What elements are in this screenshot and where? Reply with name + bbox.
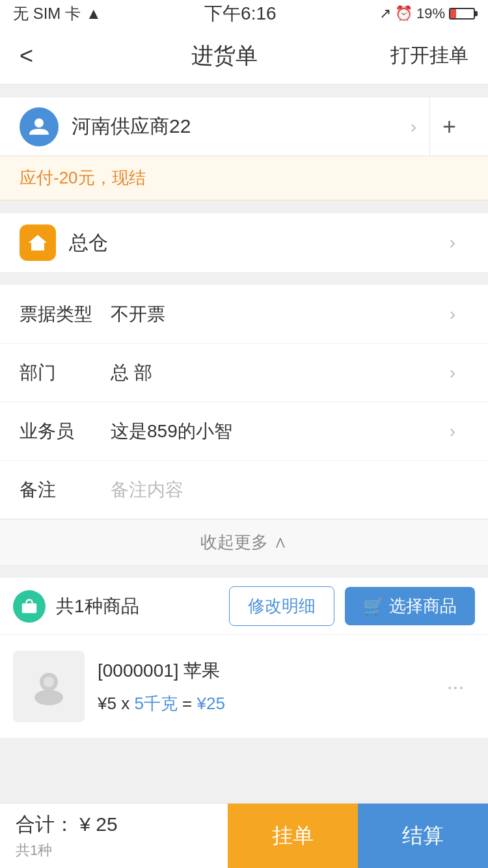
equals-icon: =	[182, 694, 197, 713]
product-thumbnail	[13, 651, 85, 722]
warehouse-icon	[20, 224, 56, 261]
status-time: 下午6:16	[204, 1, 277, 26]
carrier-text: 无 SIM 卡	[13, 3, 81, 24]
supplier-add-button[interactable]: +	[429, 98, 468, 156]
department-chevron-icon: ›	[450, 362, 455, 383]
warehouse-divider	[0, 272, 488, 285]
product-price: ¥5 x 5千克 = ¥25	[98, 692, 436, 715]
select-product-label: 选择商品	[389, 595, 457, 617]
svg-point-0	[34, 118, 44, 128]
warehouse-row[interactable]: 总仓 ›	[0, 213, 488, 272]
wifi-icon: ▲	[86, 5, 102, 23]
supplier-name: 河南供应商22	[72, 113, 411, 140]
salesman-chevron-icon: ›	[450, 421, 455, 442]
select-product-button[interactable]: 🛒 选择商品	[345, 587, 475, 625]
open-hang-button[interactable]: 打开挂单	[390, 42, 468, 69]
checkout-button[interactable]: 结算	[358, 804, 488, 869]
status-left: 无 SIM 卡 ▲	[13, 3, 102, 24]
total-label: 合计：	[16, 813, 74, 835]
product-item: [0000001] 苹果 ¥5 x 5千克 = ¥25 ···	[0, 635, 488, 739]
svg-rect-2	[22, 603, 36, 613]
bottom-bar: 合计： ¥ 25 共1种 挂单 结算	[0, 803, 488, 868]
collapse-button[interactable]: 收起更多 ∧	[0, 519, 488, 565]
ticket-chevron-icon: ›	[450, 304, 455, 325]
supplier-chevron-icon: ›	[411, 116, 416, 137]
supplier-row[interactable]: 河南供应商22 › +	[0, 98, 488, 156]
nav-bar: < 进货单 打开挂单	[0, 27, 488, 85]
status-bar: 无 SIM 卡 ▲ 下午6:16 ↗ ⏰ 19%	[0, 0, 488, 27]
remark-input[interactable]: 备注内容	[111, 478, 468, 502]
product-info: [0000001] 苹果 ¥5 x 5千克 = ¥25	[98, 658, 436, 715]
remark-row[interactable]: 备注 备注内容	[0, 461, 488, 519]
supplier-divider	[0, 200, 488, 213]
house-icon	[27, 232, 48, 253]
alarm-icon: ⏰	[395, 5, 413, 22]
total-sub: 共1种	[16, 841, 212, 860]
form-section: 票据类型 不开票 › 部门 总 部 › 业务员 这是859的小智 › 备注 备注…	[0, 285, 488, 565]
supplier-section: 河南供应商22 › + 应付-20元，现结	[0, 98, 488, 200]
product-quantity: 5千克	[134, 694, 177, 713]
salesman-value: 这是859的小智	[111, 419, 450, 444]
department-row[interactable]: 部门 总 部 ›	[0, 344, 488, 402]
department-value: 总 部	[111, 360, 450, 385]
total-amount: 合计： ¥ 25	[16, 811, 212, 838]
remark-label: 备注	[20, 478, 111, 502]
hang-button[interactable]: 挂单	[228, 804, 358, 869]
battery-percent: 19%	[416, 5, 445, 22]
back-button[interactable]: <	[20, 42, 59, 70]
supplier-alert: 应付-20元，现结	[0, 156, 488, 200]
total-section: 合计： ¥ 25 共1种	[0, 811, 228, 860]
battery-icon	[449, 8, 475, 20]
svg-marker-1	[29, 235, 47, 251]
page-title: 进货单	[191, 41, 258, 71]
supplier-avatar	[20, 107, 59, 146]
location-icon: ↗	[379, 5, 391, 22]
total-value: ¥ 25	[79, 813, 117, 835]
product-count: 共1种商品	[56, 594, 229, 619]
warehouse-section: 总仓 ›	[0, 213, 488, 272]
warehouse-name: 总仓	[69, 230, 450, 256]
salesman-row[interactable]: 业务员 这是859的小智 ›	[0, 402, 488, 461]
svg-point-4	[34, 690, 63, 705]
product-header: 共1种商品 修改明细 🛒 选择商品	[0, 578, 488, 635]
ticket-type-label: 票据类型	[20, 302, 111, 327]
salesman-label: 业务员	[20, 419, 111, 444]
collapse-label: 收起更多 ∧	[200, 531, 287, 554]
ticket-type-value: 不开票	[111, 302, 450, 327]
product-unit-price: ¥5	[98, 694, 116, 713]
status-right: ↗ ⏰ 19%	[379, 5, 475, 22]
product-icon	[13, 590, 46, 623]
select-cart-icon: 🛒	[363, 596, 384, 616]
department-label: 部门	[20, 360, 111, 385]
multiply-icon: x	[121, 694, 134, 713]
person-icon	[27, 115, 51, 139]
product-name: [0000001] 苹果	[98, 658, 436, 683]
ticket-type-row[interactable]: 票据类型 不开票 ›	[0, 285, 488, 344]
svg-point-5	[44, 677, 54, 687]
shopping-icon	[20, 597, 38, 616]
product-placeholder-icon	[26, 664, 72, 709]
top-divider	[0, 85, 488, 98]
product-more-button[interactable]: ···	[436, 667, 475, 706]
edit-detail-button[interactable]: 修改明细	[229, 586, 334, 626]
warehouse-chevron-icon: ›	[450, 232, 455, 253]
product-total: ¥25	[197, 694, 225, 713]
